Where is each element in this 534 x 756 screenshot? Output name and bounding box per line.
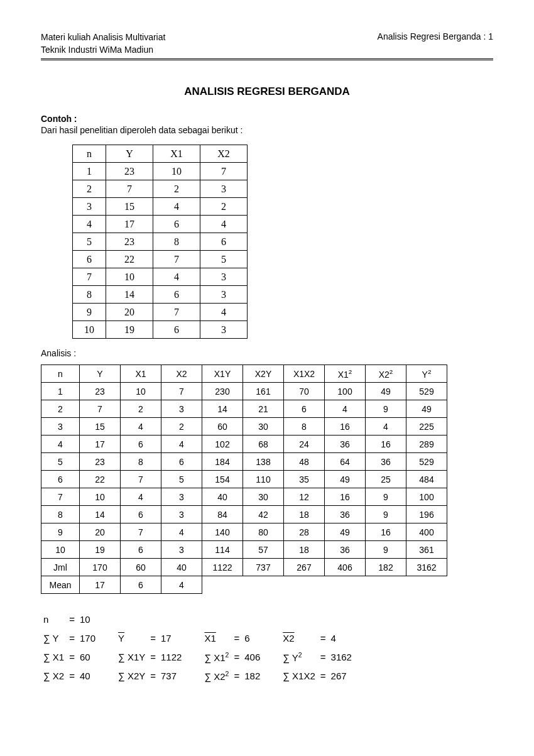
table-row: 62275 (73, 251, 248, 268)
column-header: X1 (153, 145, 200, 163)
column-header: X2 (161, 365, 202, 383)
column-header: n (73, 145, 106, 163)
example-text: Dari hasil penelitian diperoleh data seb… (41, 125, 493, 135)
column-header: X12 (325, 365, 366, 383)
table-row: 71043 (73, 268, 248, 286)
page-number: Analisis Regresi Berganda : 1 (378, 31, 493, 56)
x1-bar: 6 (242, 628, 263, 647)
column-header: X2 (200, 145, 248, 163)
sum-x1sq: 406 (242, 647, 263, 666)
page-header: Materi kuliah Analisis Multivariat Tekni… (41, 31, 493, 60)
column-header: n (41, 365, 80, 383)
column-header: Y (106, 145, 153, 163)
sum-x1y: 1122 (158, 647, 184, 666)
table-row: 62275154110354925484 (41, 471, 447, 488)
sum-x1x2: 267 (329, 666, 354, 685)
n-value: 10 (77, 610, 98, 628)
sum-x1: 60 (77, 647, 98, 666)
table-row: 41764 (73, 216, 248, 233)
table-row: 9207414080284916400 (41, 523, 447, 541)
data-table: nYX1X2 123107272331542417645238662275710… (72, 145, 248, 339)
table-row: 81463 (73, 286, 248, 304)
table-row: 52386184138486436529 (41, 453, 447, 471)
table-row: 92074 (73, 304, 248, 321)
table-row: 4176410268243616289 (41, 436, 447, 453)
table-row: 123107 (73, 163, 248, 180)
mean-row: Mean1764 (41, 576, 447, 594)
table-row: 71043403012169100 (41, 488, 447, 506)
sum-x2sq: 182 (242, 666, 263, 685)
table-row: 31542 (73, 198, 248, 216)
sum-x2y: 737 (158, 666, 184, 685)
sum-row: Jml170604011227372674061823162 (41, 559, 447, 576)
y-bar: 17 (158, 628, 184, 647)
example-label: Contoh : (41, 114, 493, 124)
table-row: 52386 (73, 233, 248, 251)
column-header: X2Y (243, 365, 284, 383)
table-row: 101963 (73, 321, 248, 339)
column-header: Y2 (406, 365, 447, 383)
sum-y: 170 (77, 628, 98, 647)
table-row: 2723 (73, 180, 248, 198)
analysis-table: nYX1X2X1YX2YX1X2X12X22Y2 123107230161701… (41, 364, 447, 594)
column-header: X1Y (202, 365, 243, 383)
department: Teknik Industri WiMa Madiun (41, 44, 165, 57)
analysis-label: Analisis : (41, 348, 493, 358)
table-row: 81463844218369196 (41, 506, 447, 523)
course-title: Materi kuliah Analisis Multivariat (41, 31, 165, 44)
sum-x2: 40 (77, 666, 98, 685)
column-header: X1X2 (284, 365, 325, 383)
table-row: 1019631145718369361 (41, 541, 447, 559)
table-row: 3154260308164225 (41, 418, 447, 436)
sum-ysq: 3162 (329, 647, 354, 666)
table-row: 1231072301617010049529 (41, 383, 447, 400)
page-title: ANALISIS REGRESI BERGANDA (41, 85, 493, 98)
x2-bar: 4 (329, 628, 354, 647)
column-header: Y (80, 365, 121, 383)
summary-values: n=10 ∑ Y=170 Y=17 X1=6 X2=4 ∑ X1=60 ∑ X1… (41, 610, 354, 685)
column-header: X1 (121, 365, 161, 383)
table-row: 2723142164949 (41, 400, 447, 418)
column-header: X22 (366, 365, 406, 383)
